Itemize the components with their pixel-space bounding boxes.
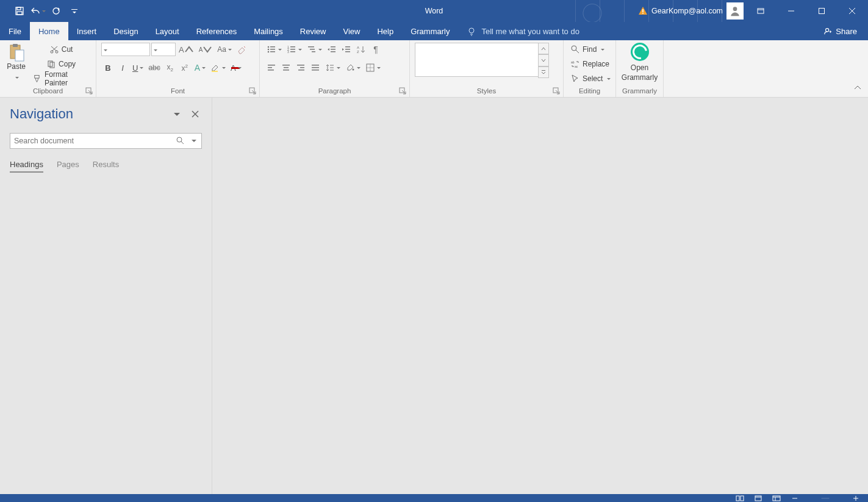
cut-button[interactable]: Cut	[31, 43, 91, 56]
tab-view[interactable]: View	[334, 22, 368, 40]
decrease-indent-button[interactable]	[325, 43, 339, 56]
font-name-combo[interactable]	[101, 43, 150, 56]
styles-gallery[interactable]	[415, 43, 549, 77]
styles-scroll-up[interactable]	[538, 43, 549, 54]
save-button[interactable]	[11, 2, 28, 20]
find-button[interactable]: Find	[569, 43, 606, 56]
zoom-out-button[interactable]	[789, 495, 801, 502]
styles-expand[interactable]	[538, 66, 549, 78]
navigation-close-button[interactable]	[188, 107, 202, 121]
tab-insert[interactable]: Insert	[68, 22, 106, 40]
search-icon	[176, 136, 185, 146]
group-label-grammarly: Grammarly	[622, 87, 657, 95]
tab-review[interactable]: Review	[292, 22, 335, 40]
navigation-menu-button[interactable]	[170, 107, 184, 121]
paste-dropdown[interactable]	[13, 71, 19, 82]
ribbon: Paste Cut Copy Format Painter Clipboard …	[0, 40, 868, 98]
line-spacing-button[interactable]	[323, 61, 342, 74]
ribbon-display-button[interactable]	[747, 2, 774, 20]
sort-button[interactable]: AZ	[354, 43, 368, 56]
bullets-button[interactable]	[265, 43, 284, 56]
document-area[interactable]	[212, 98, 868, 494]
text-effects-button[interactable]: A	[193, 61, 207, 74]
tab-mailings[interactable]: Mailings	[245, 22, 292, 40]
italic-button[interactable]: I	[116, 61, 129, 74]
open-grammarly-button[interactable]: Open Grammarly	[622, 43, 658, 82]
search-options-button[interactable]	[187, 134, 201, 148]
close-button[interactable]	[839, 2, 866, 20]
format-painter-button[interactable]: Format Painter	[31, 72, 91, 85]
tab-design[interactable]: Design	[105, 22, 146, 40]
undo-button[interactable]	[29, 2, 46, 20]
collapse-ribbon-button[interactable]	[851, 81, 864, 95]
minimize-button[interactable]	[778, 2, 805, 20]
shading-button[interactable]	[343, 61, 362, 74]
underline-button[interactable]: U	[131, 61, 145, 74]
copy-button[interactable]: Copy	[31, 57, 91, 71]
replace-button[interactable]: abacReplace	[569, 57, 611, 71]
select-button[interactable]: Select	[569, 72, 612, 85]
tab-layout[interactable]: Layout	[147, 22, 188, 40]
tab-home[interactable]: Home	[30, 22, 68, 40]
customize-qat-button[interactable]	[66, 2, 83, 20]
strikethrough-button[interactable]: abc	[146, 61, 162, 74]
group-label-clipboard: Clipboard	[33, 87, 63, 95]
svg-rect-89	[741, 496, 744, 501]
svg-line-81	[576, 50, 579, 53]
styles-scroll-down[interactable]	[538, 54, 549, 66]
borders-button[interactable]	[364, 61, 382, 74]
subscript-button[interactable]: x2	[163, 61, 177, 74]
increase-indent-button[interactable]	[340, 43, 353, 56]
maximize-button[interactable]	[808, 2, 835, 20]
tab-references[interactable]: References	[188, 22, 245, 40]
align-center-button[interactable]	[279, 61, 293, 74]
print-layout-button[interactable]	[752, 495, 764, 502]
bold-button[interactable]: B	[101, 61, 115, 74]
replace-icon: abac	[570, 59, 580, 69]
tab-grammarly[interactable]: Grammarly	[402, 22, 458, 40]
shrink-font-button[interactable]: A	[197, 43, 215, 56]
superscript-button[interactable]: x2	[178, 61, 192, 74]
zoom-in-button[interactable]	[850, 495, 862, 502]
zoom-slider[interactable]	[807, 495, 844, 502]
clipboard-launcher[interactable]	[85, 87, 93, 95]
font-launcher[interactable]	[249, 87, 257, 95]
justify-button[interactable]	[309, 61, 322, 74]
grow-font-button[interactable]: A	[177, 43, 196, 56]
multilevel-list-button[interactable]	[305, 43, 324, 56]
numbering-button[interactable]: 123	[285, 43, 304, 56]
tab-file[interactable]: File	[0, 22, 30, 40]
navtab-pages[interactable]: Pages	[57, 160, 79, 173]
svg-rect-34	[270, 46, 275, 48]
align-right-button[interactable]	[294, 61, 307, 74]
font-color-button[interactable]: A	[229, 61, 243, 74]
svg-text:Z: Z	[357, 50, 359, 54]
navtab-headings[interactable]: Headings	[10, 160, 43, 173]
web-layout-button[interactable]	[770, 495, 783, 502]
highlight-button[interactable]	[209, 61, 228, 74]
change-case-button[interactable]: Aa	[215, 43, 234, 56]
show-marks-button[interactable]: ¶	[369, 43, 382, 56]
paragraph-launcher[interactable]	[399, 87, 407, 95]
tab-help[interactable]: Help	[368, 22, 402, 40]
search-go-button[interactable]	[174, 134, 187, 148]
paste-label: Paste	[7, 62, 26, 71]
font-size-combo[interactable]	[151, 43, 176, 56]
clear-formatting-button[interactable]	[235, 43, 248, 56]
read-mode-button[interactable]	[734, 495, 746, 502]
svg-text:ab: ab	[571, 60, 575, 64]
account-info[interactable]: GearKomp@aol.com	[638, 2, 744, 20]
paste-button[interactable]: Paste	[5, 43, 27, 82]
styles-launcher[interactable]	[553, 87, 561, 95]
up-caret-icon	[184, 45, 194, 54]
share-button[interactable]: Share	[812, 22, 868, 40]
tell-me-search[interactable]: Tell me what you want to do	[458, 22, 587, 40]
redo-button[interactable]	[48, 2, 65, 20]
svg-rect-2	[17, 12, 22, 15]
search-input[interactable]	[10, 133, 202, 149]
svg-text:A: A	[357, 46, 359, 49]
align-left-button[interactable]	[265, 61, 278, 74]
svg-point-3	[53, 8, 59, 14]
navtab-results[interactable]: Results	[93, 160, 119, 173]
svg-rect-68	[312, 70, 319, 71]
